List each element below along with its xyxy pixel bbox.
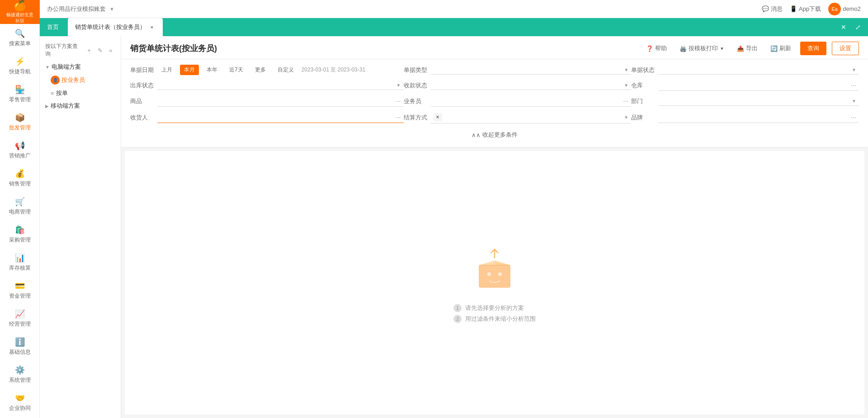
brand-dots-icon: ··· [851,114,856,121]
filter-receiver: 收货人 ··· [130,112,404,123]
sidebar-item-retail[interactable]: 🏪 零售管理 [0,80,40,108]
account-dropdown-icon[interactable]: ▼ [109,6,114,12]
filter-goods: 商品 ··· [130,95,404,107]
sidebar-item-basic[interactable]: ℹ️ 基础信息 [0,332,40,361]
sidebar-item-wholesale-label: 批发管理 [9,124,31,132]
outbound-label: 出库状态 [130,81,157,90]
filter-dept: 部门 ▼ [631,97,859,106]
user-avatar: Ea [828,3,841,15]
receiver-select[interactable]: ··· [157,112,404,123]
date-btn-this-month[interactable]: 本月 [180,65,199,75]
print-label: 按模板打印 [689,44,718,52]
staff-select[interactable]: ··· [431,95,632,107]
sidebar-item-ecommerce[interactable]: 🛒 电商管理 [0,192,40,220]
goods-label: 商品 [130,97,157,105]
tree-sub-item-by-order[interactable]: ≡ 按单 [40,87,121,100]
status-select[interactable]: ▼ [658,66,859,75]
user-button[interactable]: Ea demo2 [828,3,861,15]
goods-select[interactable]: ··· [157,95,404,107]
filter-date: 单据日期 上月 本月 本年 近7天 更多 自定义 2023-03-01 至 20… [130,65,404,75]
date-btn-this-year[interactable]: 本年 [203,65,222,75]
brand-select[interactable]: ··· [658,112,859,123]
panel-add-button[interactable]: + [85,46,94,55]
sidebar-item-purchase[interactable]: 🛍️ 采购管理 [0,220,40,248]
filter-type: 单据类型 ▼ [404,66,632,75]
sidebar-item-inventory[interactable]: 📊 库存核算 [0,248,40,276]
date-btn-more[interactable]: 更多 [251,65,270,75]
query-button[interactable]: 查询 [800,42,826,55]
collapse-button[interactable]: ∧∧ 收起更多条件 [469,128,520,142]
date-btn-last-month[interactable]: 上月 [157,65,176,75]
collapse-label: 收起更多条件 [482,131,518,139]
filter-brand: 品牌 ··· [631,112,859,123]
filter-row-3: 商品 ··· 业务员 ··· 部门 [130,95,859,107]
sidebar-item-corp-label: 企业协同 [9,404,31,412]
date-btn-7days[interactable]: 近7天 [225,65,247,75]
sidebar-item-operations[interactable]: 📈 经营管理 [0,304,40,332]
tabbar: 首页 销货单统计表（按业务员） × ✕ ⤢ [40,18,868,36]
purchase-icon: 🛍️ [15,225,25,235]
tree-sub-item-by-staff[interactable]: 👤 按业务员 [40,73,121,87]
payment-select-arrow: ▼ [624,83,628,88]
sidebar-item-operations-label: 经营管理 [9,320,31,328]
main-area: 办公用品行业模拟账套 ▼ 💬 消息 📱 App下载 Ea demo2 首页 销货… [40,0,868,418]
account-label: 办公用品行业模拟账套 [47,5,106,13]
sidebar-item-retail-label: 零售管理 [9,96,31,104]
warehouse-select[interactable]: ··· [658,80,859,91]
message-button[interactable]: 💬 消息 [762,5,783,13]
filter-row-4: 收货人 ··· 结算方式 × ▼ [130,111,859,124]
tree-item-computer[interactable]: ▼ 电脑端方案 [40,61,121,73]
sidebar-item-search[interactable]: 🔍 搜索菜单 [0,24,40,52]
sidebar-item-system-label: 系统管理 [9,376,31,384]
print-button[interactable]: 🖨️ 按模板打印 ▼ [676,43,728,54]
panel-collapse-button[interactable]: « [106,46,115,55]
user-label: demo2 [843,5,861,12]
sidebar-item-wholesale[interactable]: 📦 批发管理 [0,108,40,136]
payment-select[interactable]: ▼ [431,81,632,90]
sidebar-item-quicknav[interactable]: ⚡ 快捷导航 [0,52,40,80]
tree-item-mobile[interactable]: ▶ 移动端方案 [40,100,121,112]
system-icon: ⚙️ [15,365,25,375]
tab-expand-button[interactable]: ⤢ [852,21,864,33]
staff-dots-icon: ··· [623,97,629,104]
tab-sales-stat[interactable]: 销货单统计表（按业务员） × [68,18,163,36]
left-panel: 按以下方案查询 + ✎ « ▼ 电脑端方案 👤 按业务员 ≡ 按单 ▶ [40,36,121,418]
warehouse-label: 仓库 [631,81,658,90]
logo-subtitle: 标版 [15,18,24,24]
panel-edit-button[interactable]: ✎ [95,46,104,55]
tab-close-all-button[interactable]: ✕ [837,21,850,33]
page-actions: ❓ 帮助 🖨️ 按模板打印 ▼ 📤 导出 🔄 刷新 [642,42,859,55]
export-label: 导出 [746,44,758,52]
sidebar-item-corp[interactable]: 🤝 企业协同 [0,389,40,417]
refresh-button[interactable]: 🔄 刷新 [767,43,795,54]
sidebar-item-sales[interactable]: 💰 销售管理 [0,164,40,192]
export-button[interactable]: 📤 导出 [733,43,761,54]
dept-label: 部门 [631,97,658,105]
page-title: 销货单统计表(按业务员) [130,43,217,54]
tab-close-icon[interactable]: × [148,24,156,31]
outbound-select[interactable]: ▼ [157,81,404,90]
type-select[interactable]: ▼ [431,66,632,75]
sidebar-item-marketing[interactable]: 📢 营销推广 [0,136,40,164]
app-download-button[interactable]: 📱 App下载 [790,5,821,13]
topbar: 办公用品行业模拟账套 ▼ 💬 消息 📱 App下载 Ea demo2 [40,0,868,18]
marketing-icon: 📢 [15,141,25,151]
settings-button[interactable]: 设置 [832,42,859,55]
dept-select[interactable]: ▼ [658,97,859,106]
filter-outbound: 出库状态 ▼ [130,81,404,90]
date-btn-custom[interactable]: 自定义 [274,65,298,75]
collapse-arrow-icon: ∧∧ [472,132,481,138]
settlement-select[interactable]: × ▼ [431,111,632,124]
date-label: 单据日期 [130,66,157,74]
logo[interactable]: 🍊 畅捷通好生意 标版 [0,0,40,24]
date-range-display: 2023-03-01 至 2023-03-31 [302,66,365,74]
sidebar-item-system[interactable]: ⚙️ 系统管理 [0,361,40,389]
sidebar-item-finance[interactable]: 💳 资金管理 [0,276,40,304]
status-select-arrow: ▼ [852,67,856,72]
settlement-tag-close[interactable]: × [436,114,439,120]
content-area: 按以下方案查询 + ✎ « ▼ 电脑端方案 👤 按业务员 ≡ 按单 ▶ [40,36,868,418]
sidebar-item-quicknav-label: 快捷导航 [9,68,31,76]
step-1-num: 1 [453,304,462,312]
help-button[interactable]: ❓ 帮助 [642,43,670,54]
tab-home[interactable]: 首页 [40,18,66,36]
